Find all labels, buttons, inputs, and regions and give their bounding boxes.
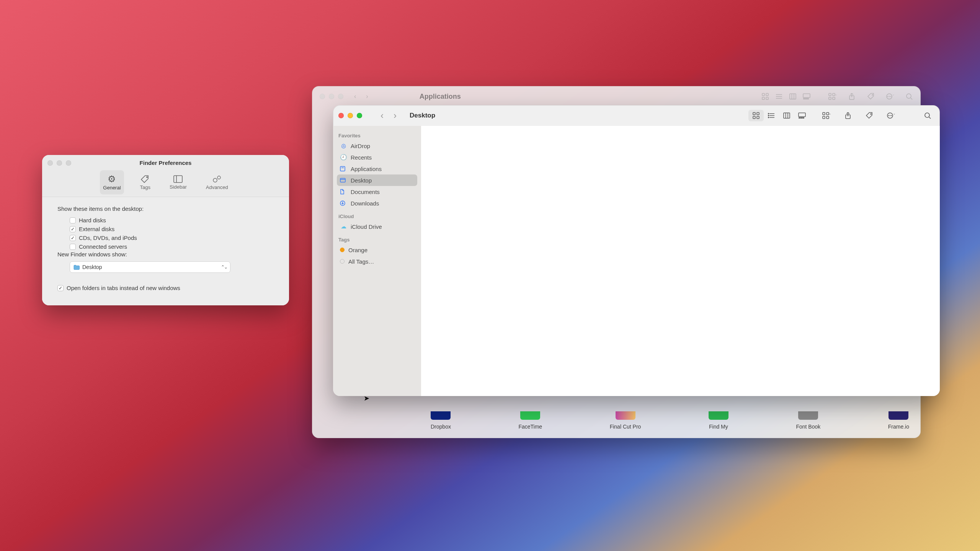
tab-sidebar[interactable]: Sidebar — [167, 170, 190, 194]
svg-rect-0 — [762, 93, 764, 96]
svg-rect-7 — [790, 94, 796, 99]
desktop-icon — [340, 178, 347, 183]
svg-point-53 — [925, 113, 929, 117]
svg-rect-36 — [784, 113, 790, 118]
svg-line-25 — [911, 98, 912, 99]
traffic-lights-front — [338, 113, 362, 118]
chevron-updown-icon: ⌃⌄ — [221, 264, 227, 270]
sidebar-item-tag-orange[interactable]: Orange — [337, 244, 417, 256]
sidebar-item-applications[interactable]: Applications — [337, 163, 417, 174]
window-title-back: Applications — [420, 93, 461, 101]
close-button[interactable] — [47, 160, 53, 166]
checkbox-external-disks[interactable]: External disks — [57, 225, 274, 233]
svg-line-54 — [929, 117, 931, 119]
sidebar-item-icloud[interactable]: ☁iCloud Drive — [337, 221, 417, 232]
forward-icon[interactable]: › — [366, 93, 368, 100]
tag-icon[interactable] — [865, 91, 877, 102]
svg-point-63 — [213, 178, 217, 182]
back-icon[interactable]: ‹ — [354, 93, 356, 100]
content-area — [421, 126, 940, 396]
apps-icon — [340, 166, 347, 171]
search-icon[interactable] — [903, 91, 915, 102]
group-icon[interactable]: ˇ — [826, 91, 839, 102]
close-button[interactable] — [320, 94, 325, 99]
window-title-front: Desktop — [410, 112, 435, 119]
fullscreen-button[interactable] — [338, 94, 343, 99]
tag-icon[interactable] — [863, 110, 875, 121]
checkbox-icon — [57, 285, 64, 291]
forward-icon[interactable]: › — [394, 110, 397, 121]
minimize-button[interactable] — [329, 94, 334, 99]
sidebar-item-documents[interactable]: Documents — [337, 186, 417, 197]
app-facetime[interactable]: FaceTime — [518, 411, 542, 430]
minimize-button[interactable] — [348, 113, 353, 118]
gallery-view-icon[interactable] — [800, 91, 813, 102]
checkbox-icon — [70, 226, 76, 232]
clock-icon: 🕘 — [340, 154, 347, 161]
column-view-icon[interactable] — [786, 91, 800, 102]
sidebar-item-downloads[interactable]: Downloads — [337, 197, 417, 209]
folder-icon — [73, 264, 80, 271]
tab-tags[interactable]: Tags — [137, 170, 154, 194]
svg-rect-13 — [807, 98, 808, 99]
app-icons-row: Dropbox FaceTime Final Cut Pro Find My F… — [431, 411, 909, 430]
share-icon[interactable] — [842, 110, 854, 121]
sidebar-item-desktop[interactable]: Desktop — [337, 174, 417, 186]
share-icon[interactable] — [846, 91, 858, 102]
svg-point-34 — [768, 115, 769, 116]
svg-rect-28 — [753, 116, 755, 119]
fullscreen-button[interactable] — [66, 160, 71, 166]
svg-rect-40 — [799, 117, 800, 118]
traffic-lights-back — [320, 94, 343, 99]
checkbox-hard-disks[interactable]: Hard disks — [57, 216, 274, 225]
checkbox-icon — [70, 235, 76, 241]
list-view-icon[interactable] — [772, 91, 786, 102]
icon-view-icon[interactable] — [748, 110, 764, 121]
svg-rect-26 — [753, 112, 755, 115]
app-dropbox[interactable]: Dropbox — [431, 411, 451, 430]
svg-rect-42 — [803, 117, 804, 118]
list-view-icon[interactable] — [764, 110, 779, 121]
view-switcher — [758, 90, 814, 103]
back-icon[interactable]: ‹ — [381, 110, 384, 121]
svg-rect-43 — [823, 112, 825, 115]
sidebar-item-airdrop[interactable]: ◎AirDrop — [337, 140, 417, 152]
document-icon — [340, 189, 347, 194]
checkbox-open-in-tabs[interactable]: Open folders in tabs instead of new wind… — [57, 284, 274, 292]
app-findmy[interactable]: Find My — [709, 411, 728, 430]
column-view-icon[interactable] — [779, 110, 794, 121]
cloud-icon: ☁ — [340, 223, 347, 230]
app-fontbook[interactable]: Font Book — [796, 411, 820, 430]
app-frameio[interactable]: Frame.io — [888, 411, 909, 430]
view-switcher-front — [748, 110, 810, 121]
action-icon[interactable]: ˇ — [884, 91, 896, 102]
action-icon[interactable]: ˇ — [885, 110, 897, 121]
svg-rect-16 — [829, 97, 831, 99]
new-window-select[interactable]: Desktop ⌃⌄ — [70, 261, 230, 273]
icon-view-icon[interactable] — [758, 91, 772, 102]
svg-rect-11 — [804, 98, 805, 99]
app-finalcut[interactable]: Final Cut Pro — [610, 411, 641, 430]
search-icon[interactable] — [921, 110, 934, 121]
section-label-2: New Finder windows show: — [57, 251, 274, 258]
svg-point-35 — [768, 117, 769, 118]
svg-point-19 — [872, 95, 873, 95]
group-icon[interactable]: ˇ — [820, 110, 833, 121]
tab-general[interactable]: ⚙General — [100, 170, 124, 194]
toolbar-front: ˇ ˇ — [748, 110, 934, 121]
gallery-view-icon[interactable] — [794, 110, 810, 121]
svg-rect-29 — [757, 116, 759, 119]
checkbox-cds[interactable]: CDs, DVDs, and iPods — [57, 233, 274, 242]
checkbox-servers[interactable]: Connected servers — [57, 242, 274, 251]
svg-point-52 — [892, 116, 892, 116]
svg-rect-17 — [833, 97, 835, 99]
prefs-body: Show these items on the desktop: Hard di… — [42, 197, 289, 305]
close-button[interactable] — [338, 113, 344, 118]
fullscreen-button[interactable] — [357, 113, 362, 118]
sidebar-item-all-tags[interactable]: All Tags… — [337, 256, 417, 267]
nav-back-forward-front: ‹ › — [381, 110, 397, 121]
sidebar-item-recents[interactable]: 🕘Recents — [337, 152, 417, 163]
minimize-button[interactable] — [57, 160, 62, 166]
svg-point-50 — [889, 116, 889, 116]
tab-advanced[interactable]: Advanced — [203, 170, 231, 194]
